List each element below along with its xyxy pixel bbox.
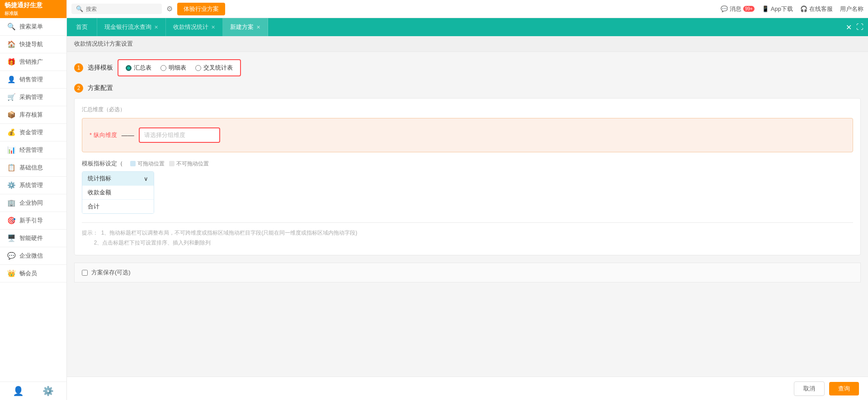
sidebar-item-quick-nav[interactable]: 🏠快捷导航: [0, 36, 66, 53]
download-button[interactable]: 📱 App下载: [762, 5, 793, 13]
radio-summary[interactable]: 汇总表: [126, 64, 151, 72]
tab-cash-bank[interactable]: 现金银行流水查询✕: [97, 18, 166, 36]
tab-close-revenue-stats[interactable]: ✕: [211, 24, 215, 30]
sidebar-item-hardware[interactable]: 🖥️智能硬件: [0, 230, 66, 247]
sidebar-item-purchase[interactable]: 🛒采购管理: [0, 89, 66, 106]
metrics-row-0: 收款金额: [82, 185, 154, 199]
sidebar-item-enterprise[interactable]: 🏢企业协同: [0, 194, 66, 212]
topbar-search-box: 🔍: [71, 4, 162, 14]
plan-save-label: 方案保存(可选): [91, 268, 131, 277]
close-window-icon[interactable]: ✕: [846, 23, 852, 32]
sidebar-item-wechat[interactable]: 💬企业微信: [0, 247, 66, 265]
search-input[interactable]: [86, 6, 149, 12]
radio-detail[interactable]: 明细表: [160, 64, 186, 72]
step1-badge: 1: [74, 63, 83, 72]
download-icon: 📱: [762, 5, 769, 12]
sidebar-label-finance: 资金管理: [19, 128, 43, 136]
tab-home[interactable]: 首页: [67, 18, 97, 36]
metrics-legend: 可拖动位置 不可拖动位置: [130, 160, 209, 168]
dimension-select[interactable]: 请选择分组维度: [139, 127, 220, 143]
metrics-row-1: 合计: [82, 199, 154, 213]
tab-label-cash-bank: 现金银行流水查询: [104, 23, 151, 31]
sidebar-icon-search-menu: 🔍: [7, 23, 16, 31]
sidebar-label-inventory: 库存核算: [19, 111, 43, 119]
sidebar-item-member[interactable]: 👑畅会员: [0, 265, 66, 282]
tabbar-right: ✕ ⛶: [846, 23, 868, 32]
sidebar-item-system[interactable]: ⚙️系统管理: [0, 177, 66, 194]
sidebar-icon-marketing: 🎁: [7, 58, 16, 66]
radio-detail-label: 明细表: [169, 64, 186, 72]
radio-summary-label: 汇总表: [134, 64, 151, 72]
sidebar-label-marketing: 营销推广: [19, 58, 43, 66]
sidebar-label-operations: 经营管理: [19, 146, 43, 154]
sidebar-item-sales[interactable]: 👤销售管理: [0, 71, 66, 89]
gear-icon[interactable]: ⚙: [166, 5, 173, 13]
sidebar-icon-quick-nav: 🏠: [7, 40, 16, 48]
sidebar-item-finance[interactable]: 💰资金管理: [0, 124, 66, 141]
sidebar-icon-sales: 👤: [7, 75, 16, 84]
sidebar-label-wechat: 企业微信: [19, 252, 43, 260]
logo-sub: 标准版: [5, 10, 42, 17]
page-title: 收款情况统计方案设置: [67, 36, 868, 52]
radio-crosstab[interactable]: 交叉统计表: [195, 64, 233, 72]
tips-section: 提示： 1、拖动标题栏可以调整布局，不可跨维度或指标区域拖动栏目字段(只能在同一…: [82, 222, 853, 248]
radio-summary-input[interactable]: [126, 65, 132, 71]
legend-fixed-label: 不可拖动位置: [176, 160, 209, 168]
metrics-table-header[interactable]: 统计指标 ∨: [82, 172, 154, 185]
sidebar-item-marketing[interactable]: 🎁营销推广: [0, 53, 66, 71]
dimension-title-text: 汇总维度（必选）: [82, 106, 125, 113]
sidebar-footer-icon1[interactable]: 👤: [13, 386, 24, 396]
sidebar-label-quick-nav: 快捷导航: [19, 40, 43, 48]
sidebar-footer-icon2[interactable]: ⚙️: [42, 386, 54, 396]
tab-close-cash-bank[interactable]: ✕: [154, 24, 158, 30]
logo-text: 畅捷通好生意: [5, 1, 42, 9]
trial-button[interactable]: 体验行业方案: [177, 3, 225, 15]
sidebar-icon-operations: 📊: [7, 146, 16, 154]
tab-revenue-stats[interactable]: 收款情况统计✕: [166, 18, 223, 36]
sidebar-label-system: 系统管理: [19, 181, 43, 189]
radio-detail-input[interactable]: [160, 65, 166, 71]
sidebar-icon-wechat: 💬: [7, 252, 16, 260]
download-label: App下载: [771, 5, 793, 13]
message-icon: 💬: [721, 5, 728, 12]
sidebar-footer: 👤 ⚙️: [0, 381, 66, 400]
service-button[interactable]: 🎧 在线客服: [800, 5, 833, 13]
plan-save-checkbox[interactable]: [82, 270, 88, 276]
sidebar-item-search-menu[interactable]: 🔍搜索菜单: [0, 18, 66, 36]
metrics-title: 模板指标设定（: [82, 160, 123, 168]
step1-section: 1 选择模板 汇总表 明细表 交叉统计表: [74, 59, 861, 76]
step1-title: 选择模板: [88, 64, 113, 72]
arrow-icon: ——: [122, 132, 134, 139]
sidebar-icon-enterprise: 🏢: [7, 199, 16, 207]
tab-close-new-plan[interactable]: ✕: [256, 24, 260, 30]
sidebar-icon-hardware: 🖥️: [7, 234, 16, 242]
sidebar-item-operations[interactable]: 📊经营管理: [0, 141, 66, 159]
legend-fixed: 不可拖动位置: [169, 160, 209, 168]
sidebar-icon-member: 👑: [7, 269, 16, 278]
cancel-button[interactable]: 取消: [794, 381, 825, 396]
plan-config: 汇总维度（必选） * 纵向维度 —— 请选择分组维度: [74, 98, 861, 255]
metrics-table-title: 统计指标: [88, 174, 111, 183]
sidebar-icon-basic-info: 📋: [7, 164, 16, 172]
query-button[interactable]: 查询: [829, 382, 859, 395]
sidebar-icon-inventory: 📦: [7, 111, 16, 119]
sidebar-label-basic-info: 基础信息: [19, 164, 43, 172]
radio-crosstab-input[interactable]: [195, 65, 201, 71]
maximize-icon[interactable]: ⛶: [856, 23, 863, 31]
bottombar: 取消 查询: [67, 376, 868, 400]
plan-save-section: 方案保存(可选): [74, 263, 861, 282]
topbar: 🔍 ⚙ 体验行业方案 💬 消息 99+ 📱 App下载 🎧 在线客服 用户名称: [67, 0, 868, 18]
sidebar-icon-guide: 🎯: [7, 216, 16, 225]
legend-fixed-dot: [169, 161, 175, 166]
sidebar-item-inventory[interactable]: 📦库存核算: [0, 106, 66, 124]
sidebar-item-basic-info[interactable]: 📋基础信息: [0, 159, 66, 177]
sidebar-label-member: 畅会员: [19, 269, 37, 278]
user-name[interactable]: 用户名称: [840, 5, 863, 13]
sidebar-item-guide[interactable]: 🎯新手引导: [0, 212, 66, 230]
message-button[interactable]: 💬 消息 99+: [721, 5, 755, 13]
dimension-placeholder: 请选择分组维度: [144, 132, 185, 138]
metrics-table: 统计指标 ∨ 收款金额合计: [82, 171, 154, 214]
sidebar-label-enterprise: 企业协同: [19, 199, 43, 207]
tab-new-plan[interactable]: 新建方案✕: [223, 18, 268, 36]
sidebar-icon-purchase: 🛒: [7, 93, 16, 101]
